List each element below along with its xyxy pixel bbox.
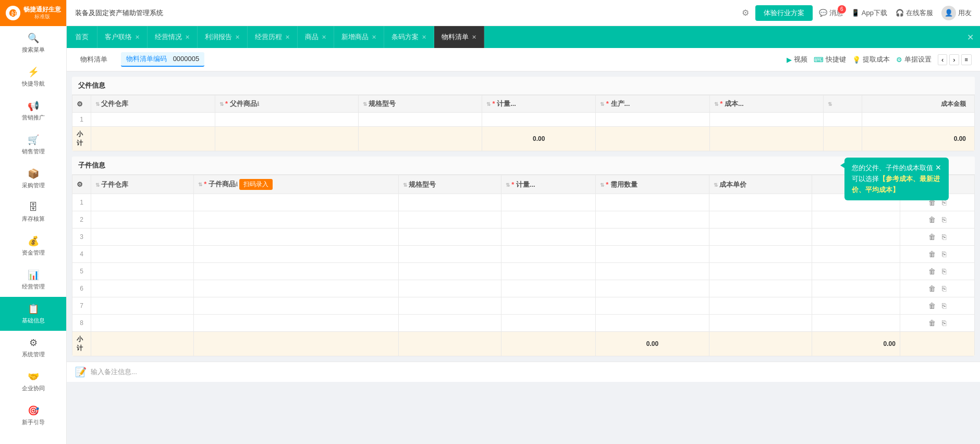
tab-customer[interactable]: 客户联络 ✕ bbox=[97, 26, 148, 48]
child-row-1-goods[interactable] bbox=[193, 194, 398, 211]
child-row-7-delete[interactable]: 🗑 bbox=[926, 301, 938, 311]
child-row-7-copy[interactable]: ⎘ bbox=[940, 301, 948, 311]
child-row-1-spec[interactable] bbox=[398, 194, 501, 211]
sidebar-item-quicknav[interactable]: ⚡ 快捷导航 bbox=[0, 60, 66, 94]
child-row-6-unit-price[interactable] bbox=[709, 280, 812, 297]
tab-bom[interactable]: 物料清单 ✕ bbox=[434, 26, 484, 48]
child-row-5-warehouse[interactable] bbox=[91, 263, 194, 280]
tab-profit-close[interactable]: ✕ bbox=[235, 34, 240, 41]
child-row-2-unit[interactable] bbox=[501, 211, 595, 229]
sidebar-item-finance[interactable]: 💰 资金管理 bbox=[0, 229, 66, 263]
child-row-4-spec[interactable] bbox=[398, 246, 501, 263]
close-all-tabs[interactable]: ✕ bbox=[961, 32, 980, 42]
message-button[interactable]: 💬 消息 6 bbox=[819, 8, 843, 18]
parent-row-1-warehouse[interactable] bbox=[91, 113, 215, 127]
child-row-7-unit-price[interactable] bbox=[709, 297, 812, 315]
tab-home[interactable]: 首页 bbox=[67, 26, 97, 48]
tab-customer-close[interactable]: ✕ bbox=[135, 34, 140, 41]
breadcrumb-bom-code[interactable]: 物料清单编码 0000005 bbox=[121, 52, 204, 67]
cost-action[interactable]: 💡 提取成本 bbox=[852, 55, 890, 64]
child-row-6-copy[interactable]: ⎘ bbox=[940, 283, 948, 294]
child-row-5-delete[interactable]: 🗑 bbox=[926, 266, 938, 277]
child-row-1-unit[interactable] bbox=[501, 194, 595, 211]
child-row-3-delete[interactable]: 🗑 bbox=[926, 232, 938, 242]
parent-row-1-goods[interactable] bbox=[215, 113, 358, 127]
sidebar-item-guide[interactable]: 🎯 新手引导 bbox=[0, 399, 66, 433]
child-row-2-quantity[interactable] bbox=[595, 211, 709, 229]
tab-operations-close[interactable]: ✕ bbox=[185, 34, 190, 41]
child-row-5-spec[interactable] bbox=[398, 263, 501, 280]
child-th-gear[interactable]: ⚙ bbox=[72, 175, 91, 194]
child-row-5-copy[interactable]: ⎘ bbox=[940, 266, 948, 277]
tab-goods[interactable]: 商品 ✕ bbox=[298, 26, 334, 48]
child-row-6-warehouse[interactable] bbox=[91, 280, 194, 297]
child-row-3-unit[interactable] bbox=[501, 229, 595, 246]
child-row-6-unit[interactable] bbox=[501, 280, 595, 297]
child-row-3-goods[interactable] bbox=[193, 229, 398, 246]
parent-row-1-cost[interactable] bbox=[709, 113, 823, 127]
sidebar-item-purchase[interactable]: 📦 采购管理 bbox=[0, 162, 66, 196]
child-row-5-goods[interactable] bbox=[193, 263, 398, 280]
tooltip-close-button[interactable]: ✕ bbox=[935, 162, 941, 173]
child-row-6-delete[interactable]: 🗑 bbox=[926, 283, 938, 294]
child-row-8-warehouse[interactable] bbox=[91, 315, 194, 332]
child-row-6-spec[interactable] bbox=[398, 280, 501, 297]
tab-profit[interactable]: 利润报告 ✕ bbox=[198, 26, 248, 48]
child-row-2-goods[interactable] bbox=[193, 211, 398, 229]
child-row-2-spec[interactable] bbox=[398, 211, 501, 229]
child-row-4-unit[interactable] bbox=[501, 246, 595, 263]
tab-bom-close[interactable]: ✕ bbox=[472, 34, 476, 41]
child-row-3-copy[interactable]: ⎘ bbox=[940, 232, 948, 242]
child-row-8-quantity[interactable] bbox=[595, 315, 709, 332]
sort-icon-production[interactable]: ⇅ bbox=[600, 101, 604, 107]
shortcut-action[interactable]: ⌨ 快捷键 bbox=[814, 55, 846, 64]
child-row-4-quantity[interactable] bbox=[595, 246, 709, 263]
sidebar-item-search[interactable]: 🔍 搜索菜单 bbox=[0, 26, 66, 60]
child-row-4-warehouse[interactable] bbox=[91, 246, 194, 263]
child-row-4-copy[interactable]: ⎘ bbox=[940, 249, 948, 259]
parent-row-1-spec[interactable] bbox=[358, 113, 482, 127]
child-row-7-warehouse[interactable] bbox=[91, 297, 194, 315]
child-row-1-warehouse[interactable] bbox=[91, 194, 194, 211]
child-row-3-warehouse[interactable] bbox=[91, 229, 194, 246]
child-row-8-delete[interactable]: 🗑 bbox=[926, 318, 938, 328]
child-row-5-unit-price[interactable] bbox=[709, 263, 812, 280]
child-row-8-spec[interactable] bbox=[398, 315, 501, 332]
parent-th-gear[interactable]: ⚙ bbox=[72, 95, 91, 113]
sort-icon-cost[interactable]: ⇅ bbox=[714, 101, 718, 107]
child-row-5-quantity[interactable] bbox=[595, 263, 709, 280]
sidebar-item-operations[interactable]: 📊 经营管理 bbox=[0, 263, 66, 297]
tab-goods-close[interactable]: ✕ bbox=[322, 34, 326, 41]
tab-operations[interactable]: 经营情况 ✕ bbox=[148, 26, 198, 48]
parent-row-1-production[interactable] bbox=[596, 113, 709, 127]
tab-history-close[interactable]: ✕ bbox=[285, 34, 290, 41]
sidebar-item-marketing[interactable]: 📢 营销推广 bbox=[0, 94, 66, 128]
online-service-button[interactable]: 🎧 在线客服 bbox=[896, 8, 933, 18]
child-row-4-delete[interactable]: 🗑 bbox=[926, 249, 938, 259]
child-row-1-quantity[interactable] bbox=[595, 194, 709, 211]
child-row-4-unit-price[interactable] bbox=[709, 246, 812, 263]
child-row-5-unit[interactable] bbox=[501, 263, 595, 280]
sort-icon-unit[interactable]: ⇅ bbox=[486, 101, 491, 107]
sidebar-item-inventory[interactable]: 🗄 库存核算 bbox=[0, 196, 66, 229]
child-row-8-copy[interactable]: ⎘ bbox=[940, 318, 948, 328]
child-row-8-goods[interactable] bbox=[193, 315, 398, 332]
video-action[interactable]: ▶ 视频 bbox=[787, 55, 807, 64]
child-row-3-spec[interactable] bbox=[398, 229, 501, 246]
tab-history[interactable]: 经营历程 ✕ bbox=[248, 26, 298, 48]
tab-new-goods[interactable]: 新增商品 ✕ bbox=[334, 26, 384, 48]
list-view-button[interactable]: ≡ bbox=[961, 54, 972, 65]
user-menu[interactable]: 👤 用友 bbox=[941, 6, 972, 20]
sidebar-item-system[interactable]: ⚙ 系统管理 bbox=[0, 331, 66, 365]
child-row-6-quantity[interactable] bbox=[595, 280, 709, 297]
parent-row-1-unit[interactable] bbox=[482, 113, 596, 127]
child-row-3-unit-price[interactable] bbox=[709, 229, 812, 246]
child-row-3-quantity[interactable] bbox=[595, 229, 709, 246]
app-download-button[interactable]: 📱 App下载 bbox=[851, 8, 887, 18]
child-row-8-unit-price[interactable] bbox=[709, 315, 812, 332]
child-row-2-copy[interactable]: ⎘ bbox=[940, 214, 948, 225]
child-row-6-goods[interactable] bbox=[193, 280, 398, 297]
child-row-2-unit-price[interactable] bbox=[709, 211, 812, 229]
child-row-7-goods[interactable] bbox=[193, 297, 398, 315]
child-row-7-spec[interactable] bbox=[398, 297, 501, 315]
